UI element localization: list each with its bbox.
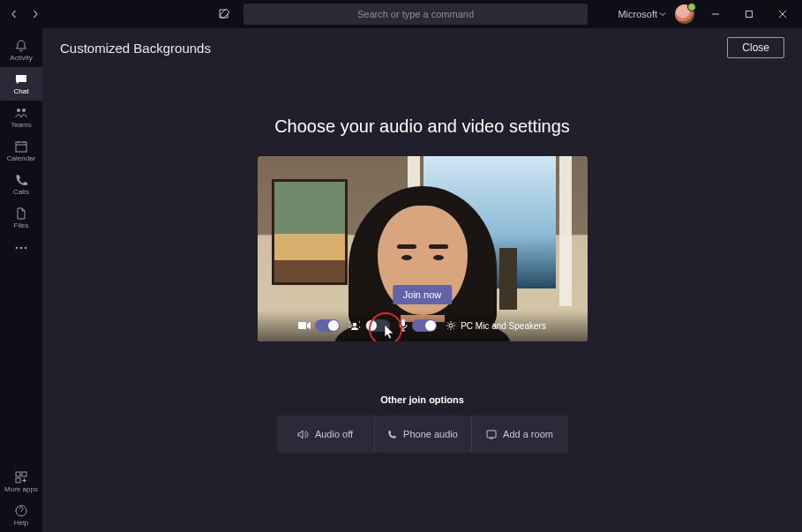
svg-point-12 [353,323,356,326]
option-label: Audio off [315,429,353,439]
svg-rect-9 [16,478,20,483]
svg-point-16 [359,326,360,327]
svg-point-13 [349,321,350,322]
chevron-down-icon [659,11,666,18]
prejoin-panel: Choose your audio and video settings Joi… [42,67,802,532]
app-rail: Activity Chat Teams Calendar Calls Files… [0,28,42,532]
minimize-icon [711,10,720,19]
svg-rect-3 [16,142,26,152]
phone-icon [14,173,28,187]
minimize-button[interactable] [703,2,728,26]
rail-label: Chat [14,87,29,95]
tenant-switcher[interactable]: Microsoft [618,9,666,19]
tenant-label: Microsoft [618,9,657,19]
close-icon [778,10,787,19]
rail-moreapps[interactable]: More apps [0,465,42,498]
svg-rect-8 [22,472,26,476]
chat-icon [14,72,28,86]
teams-icon [14,106,28,120]
device-settings-button[interactable]: PC Mic and Speakers [446,320,546,331]
blur-toggle[interactable] [365,319,390,332]
video-icon [298,321,311,330]
rail-more[interactable] [0,235,42,261]
phone-audio-option[interactable]: Phone audio [374,416,471,453]
mic-toggle[interactable] [412,319,437,332]
gear-icon [446,320,456,331]
svg-point-5 [20,247,23,250]
title-bar: Search or type a command Microsoft [0,0,802,28]
maximize-button[interactable] [737,2,761,26]
rail-activity[interactable]: Activity [0,34,42,67]
join-now-button[interactable]: Join now [393,285,452,304]
camera-control [298,319,340,332]
page-title: Customized Backgrounds [60,41,211,56]
file-icon [14,206,28,221]
svg-point-1 [17,109,20,112]
svg-point-4 [16,247,19,250]
microphone-icon [399,319,408,332]
calendar-icon [14,139,28,154]
rail-teams[interactable]: Teams [0,101,42,134]
svg-rect-0 [746,11,753,18]
background-blur-control [349,319,390,332]
phone-icon [387,430,397,439]
room-icon [486,430,497,439]
apps-icon [14,470,28,484]
rail-label: Files [14,221,29,229]
profile-avatar[interactable] [675,4,694,24]
svg-point-15 [349,326,350,327]
svg-point-18 [449,324,453,327]
svg-rect-7 [16,472,20,476]
rail-label: Calls [13,188,29,196]
option-label: Phone audio [403,429,458,439]
chevron-left-icon [10,10,19,19]
svg-rect-19 [487,431,496,438]
rail-label: Activity [10,54,32,62]
blur-icon [349,320,361,331]
audio-off-option[interactable]: Audio off [277,416,374,453]
svg-point-6 [25,247,27,250]
page-header: Customized Backgrounds Close [42,28,802,67]
rail-help[interactable]: Help [0,498,42,532]
svg-point-2 [22,109,26,112]
close-panel-button[interactable]: Close [727,37,784,58]
compose-icon [218,8,230,20]
other-options-heading: Other join options [380,394,464,405]
add-room-option[interactable]: Add a room [471,416,568,453]
bell-icon [14,39,28,53]
help-icon [14,504,28,518]
camera-toggle[interactable] [315,319,340,332]
forward-button[interactable] [25,4,46,25]
microphone-control [399,319,437,332]
video-preview: Join now PC Mic [258,156,588,341]
chevron-right-icon [31,10,40,19]
rail-chat[interactable]: Chat [0,67,42,101]
audio-off-icon [297,430,309,439]
svg-rect-11 [298,322,306,329]
close-window-button[interactable] [770,2,795,26]
rail-label: Help [14,519,28,527]
search-input[interactable]: Search or type a command [244,4,588,25]
rail-label: More apps [4,485,38,493]
rail-label: Calendar [7,154,35,162]
rail-calendar[interactable]: Calendar [0,134,42,168]
maximize-icon [745,10,753,19]
rail-label: Teams [11,121,32,129]
new-message-button[interactable] [214,4,235,25]
svg-rect-17 [401,319,405,326]
rail-calls[interactable]: Calls [0,168,42,201]
ellipsis-icon [14,246,28,250]
device-label: PC Mic and Speakers [461,321,546,331]
svg-point-14 [359,321,360,322]
presence-badge [687,3,696,11]
other-options-group: Audio off Phone audio Add a room [277,416,568,453]
rail-files[interactable]: Files [0,201,42,235]
prejoin-heading: Choose your audio and video settings [274,116,570,137]
search-placeholder: Search or type a command [357,9,474,19]
prejoin-controls: PC Mic and Speakers [258,310,588,341]
option-label: Add a room [503,429,553,439]
back-button[interactable] [4,4,25,25]
